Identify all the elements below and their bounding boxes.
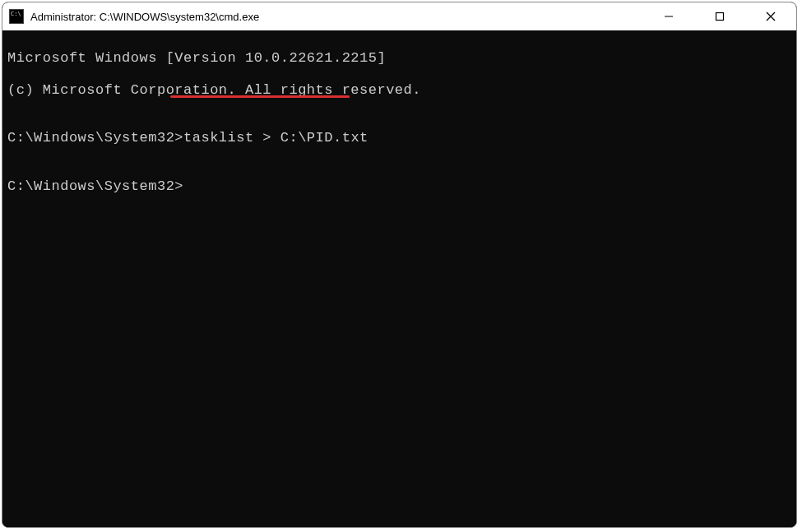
prompt-command: tasklist > C:\PID.txt bbox=[183, 130, 369, 146]
prompt-path: C:\Windows\System32> bbox=[7, 178, 183, 194]
prompt-path: C:\Windows\System32> bbox=[7, 130, 183, 146]
terminal-body[interactable]: Microsoft Windows [Version 10.0.22621.22… bbox=[2, 30, 796, 527]
window-controls bbox=[643, 2, 796, 30]
maximize-button[interactable] bbox=[694, 2, 745, 30]
cmd-icon bbox=[9, 9, 24, 24]
terminal-prompt-line: C:\Windows\System32> bbox=[7, 178, 791, 195]
close-button[interactable] bbox=[745, 2, 796, 30]
minimize-icon bbox=[664, 12, 674, 21]
maximize-icon bbox=[715, 12, 725, 21]
svg-rect-1 bbox=[716, 13, 724, 21]
close-icon bbox=[766, 12, 776, 21]
cmd-window: Administrator: C:\WINDOWS\system32\cmd.e… bbox=[2, 2, 797, 528]
red-underline-annotation bbox=[170, 95, 350, 98]
terminal-prompt-line: C:\Windows\System32>tasklist > C:\PID.tx… bbox=[7, 130, 791, 146]
window-title: Administrator: C:\WINDOWS\system32\cmd.e… bbox=[30, 11, 643, 23]
minimize-button[interactable] bbox=[643, 2, 694, 30]
titlebar[interactable]: Administrator: C:\WINDOWS\system32\cmd.e… bbox=[2, 2, 796, 30]
terminal-output-line: (c) Microsoft Corporation. All rights re… bbox=[7, 82, 791, 99]
terminal-output-line: Microsoft Windows [Version 10.0.22621.22… bbox=[7, 50, 791, 67]
